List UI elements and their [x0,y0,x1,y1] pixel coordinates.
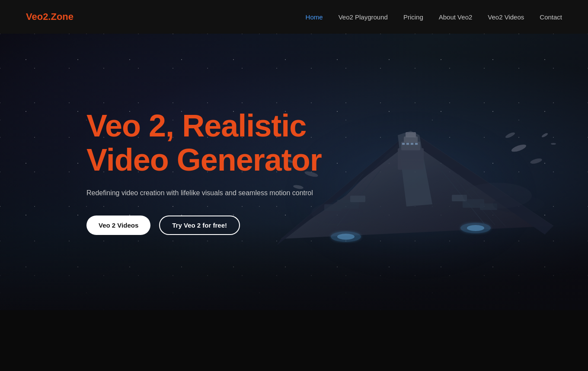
svg-rect-20 [350,196,365,202]
nav-home[interactable]: Home [306,13,323,21]
logo[interactable]: Veo2.Zone [26,11,74,22]
nav-contact[interactable]: Contact [540,13,562,21]
svg-point-27 [467,225,484,231]
svg-point-25 [337,234,355,240]
svg-rect-4 [398,148,424,170]
nav-videos[interactable]: Veo2 Videos [488,13,524,21]
svg-point-34 [551,143,556,145]
veo2-videos-button[interactable]: Veo 2 Videos [86,216,150,235]
svg-point-30 [505,131,515,139]
svg-rect-6 [404,136,418,143]
main-nav: Home Veo2 Playground Pricing About Veo2 … [306,13,562,21]
svg-rect-7 [406,132,416,137]
hero-content: Veo 2, Realistic Video Generator Redefin… [0,109,329,235]
svg-rect-10 [411,143,413,145]
nav-pricing[interactable]: Pricing [403,13,423,21]
svg-point-39 [493,196,545,213]
svg-point-29 [530,158,543,165]
svg-rect-9 [406,143,409,145]
nav-about[interactable]: About Veo2 [439,13,473,21]
below-hero [0,310,588,371]
svg-rect-8 [402,143,405,145]
hero-buttons: Veo 2 Videos Try Veo 2 for free! [86,216,329,235]
hero-title: Veo 2, Realistic Video Generator [86,109,329,177]
svg-point-33 [541,132,549,138]
header: Veo2.Zone Home Veo2 Playground Pricing A… [0,0,588,34]
svg-rect-11 [415,143,418,145]
hero-section: Veo 2, Realistic Video Generator Redefin… [0,34,588,310]
try-veo2-button[interactable]: Try Veo 2 for free! [159,216,240,235]
hero-subtitle: Redefining video creation with lifelike … [86,187,329,199]
nav-playground[interactable]: Veo2 Playground [339,13,388,21]
